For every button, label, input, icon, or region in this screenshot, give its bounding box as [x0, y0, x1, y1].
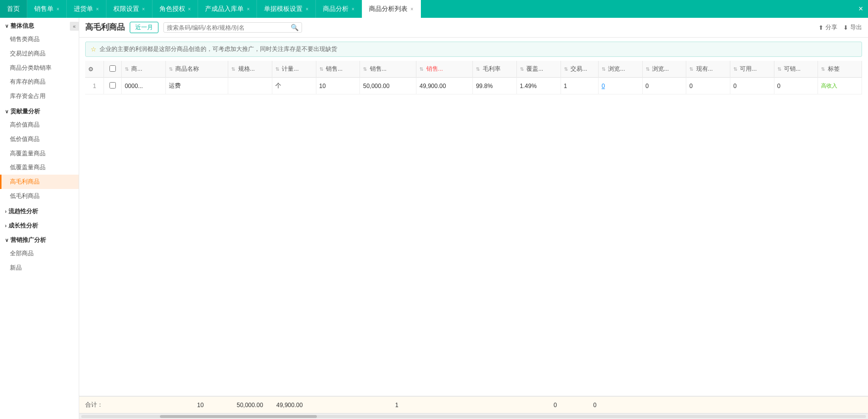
main-layout: « ∨ 整体信息 销售类商品 交易过的商品 商品分类助销率 有库存的商品 库存资…: [0, 18, 868, 419]
sidebar-item-new-products[interactable]: 新品: [0, 261, 79, 275]
col-settings[interactable]: ⚙: [85, 61, 104, 78]
settings-icon[interactable]: ⚙: [88, 66, 94, 73]
group-arrow-overall: ∨: [5, 23, 8, 29]
col-sales-qty[interactable]: ⇅ 销售...: [316, 61, 360, 78]
share-button[interactable]: ⬆ 分享: [818, 23, 837, 32]
footer-cell-transactions: 1: [392, 402, 432, 409]
nav-purchase-close[interactable]: ×: [96, 6, 99, 12]
sidebar-item-sales-products[interactable]: 销售类商品: [0, 32, 79, 47]
group-arrow-marketing: ∨: [5, 237, 8, 243]
col-sellable[interactable]: ⇅ 可销...: [774, 61, 818, 78]
top-navigation: 首页 销售单 × 进货单 × 权限设置 × 角色授权 × 产成品入库单 × 单据…: [0, 0, 868, 18]
sidebar-item-high-coverage[interactable]: 高覆盖量商品: [0, 146, 79, 161]
nav-sales-close[interactable]: ×: [56, 6, 59, 12]
sidebar-item-category-rate[interactable]: 商品分类助销率: [0, 61, 79, 75]
sort-icon-code: ⇅: [125, 66, 129, 72]
nav-product-inbound[interactable]: 产成品入库单 ×: [198, 0, 257, 18]
group-arrow-growth: ›: [5, 223, 6, 229]
row-current-stock: 0: [686, 78, 730, 94]
export-button[interactable]: ⬇ 导出: [843, 23, 862, 32]
col-transactions[interactable]: ⇅ 交易...: [561, 61, 598, 78]
nav-template-close[interactable]: ×: [306, 6, 308, 12]
sidebar-group-marketing[interactable]: ∨ 营销推广分析: [0, 232, 79, 246]
row-unit: 个: [272, 78, 316, 94]
sort-icon-sales-amount: ⇅: [363, 66, 367, 72]
col-unit[interactable]: ⇅ 计量...: [272, 61, 316, 78]
col-name[interactable]: ⇅ 商品名称: [165, 61, 228, 78]
nav-product-inbound-close[interactable]: ×: [247, 6, 250, 12]
sidebar-group-overall[interactable]: ∨ 整体信息: [0, 18, 79, 32]
col-spec[interactable]: ⇅ 规格...: [228, 61, 272, 78]
row-spec: [228, 78, 272, 94]
sidebar-item-traded-products[interactable]: 交易过的商品: [0, 47, 79, 61]
content-area: 高毛利商品 近一月 🔍 ⬆ 分享 ⬇ 导出 ☆ 企业的主要的利润都是这部分商品创…: [79, 18, 868, 419]
sidebar-group-contribution[interactable]: ∨ 贡献量分析: [0, 103, 79, 118]
col-coverage[interactable]: ⇅ 覆盖...: [516, 61, 561, 78]
nav-sales[interactable]: 销售单 ×: [27, 0, 67, 18]
footer-cell-empty1: [313, 402, 353, 409]
nav-home[interactable]: 首页: [0, 0, 27, 18]
col-checkbox[interactable]: [104, 61, 121, 78]
sidebar-item-in-stock[interactable]: 有库存的商品: [0, 75, 79, 89]
nav-permissions[interactable]: 权限设置 ×: [106, 0, 153, 18]
col-code[interactable]: ⇅ 商...: [121, 61, 165, 78]
nav-purchase[interactable]: 进货单 ×: [67, 0, 106, 18]
sidebar-item-stock-capital[interactable]: 库存资金占用: [0, 89, 79, 103]
sort-icon-sales-qty: ⇅: [319, 66, 323, 72]
col-tag[interactable]: ⇅ 标签: [818, 61, 862, 78]
sidebar-item-high-value[interactable]: 高价值商品: [0, 118, 79, 132]
footer-totals: 合计： 10 50,000.00 49,900.00 1 0 0: [79, 396, 868, 413]
sort-icon-gross-rate: ⇅: [476, 66, 480, 72]
row-sellable: 0: [774, 78, 818, 94]
row-tag: 高收入: [818, 78, 862, 94]
search-input[interactable]: [167, 24, 291, 31]
scrollbar-thumb[interactable]: [160, 415, 317, 418]
nav-roles[interactable]: 角色授权 ×: [153, 0, 199, 18]
nav-permissions-close[interactable]: ×: [142, 6, 145, 12]
footer-cell-sellable: 0: [590, 402, 630, 409]
row-checkbox[interactable]: [109, 82, 116, 89]
page-title: 高毛利商品: [85, 22, 125, 33]
row-num: 1: [85, 78, 104, 94]
select-all-checkbox[interactable]: [109, 65, 116, 72]
sort-icon-spec: ⇅: [231, 66, 235, 72]
nav-roles-close[interactable]: ×: [188, 6, 191, 12]
row-name: 运费: [165, 78, 228, 94]
sort-icon-name: ⇅: [169, 66, 173, 72]
footer-label: 合计：: [85, 401, 194, 409]
nav-product-analysis-close[interactable]: ×: [352, 6, 355, 12]
col-browse1[interactable]: ⇅ 浏览...: [598, 61, 642, 78]
period-button[interactable]: 近一月: [130, 22, 158, 33]
sort-icon-transactions: ⇅: [564, 66, 568, 72]
group-arrow-contribution: ∨: [5, 109, 8, 114]
col-gross-rate[interactable]: ⇅ 毛利率: [473, 61, 517, 78]
nav-product-analysis[interactable]: 商品分析 ×: [316, 0, 362, 18]
nav-product-analysis-list[interactable]: 商品分析列表 ×: [362, 0, 421, 18]
horizontal-scrollbar[interactable]: [79, 413, 868, 419]
row-browse1[interactable]: 0: [598, 78, 642, 94]
sidebar-collapse-button[interactable]: «: [70, 22, 79, 31]
col-sales-amount[interactable]: ⇅ 销售...: [360, 61, 416, 78]
sidebar-item-high-margin[interactable]: 高毛利商品: [0, 175, 79, 189]
col-browse2[interactable]: ⇅ 浏览...: [642, 61, 686, 78]
sort-icon-browse1: ⇅: [602, 66, 606, 72]
sort-icon-coverage: ⇅: [520, 66, 524, 72]
nav-product-analysis-list-close[interactable]: ×: [410, 6, 413, 12]
sidebar-group-growth[interactable]: › 成长性分析: [0, 218, 79, 232]
search-icon[interactable]: 🔍: [291, 24, 299, 31]
sidebar-item-low-coverage[interactable]: 低覆盖量商品: [0, 160, 79, 175]
table-row: 1 0000... 运费 个 10 50,000.00 49,900.00 99…: [85, 78, 862, 94]
info-banner: ☆ 企业的主要的利润都是这部分商品创造的，可考虑加大推广，同时关注库存是不要出现…: [85, 42, 862, 57]
sidebar-item-all-products[interactable]: 全部商品: [0, 246, 79, 261]
footer-cells: 10 50,000.00 49,900.00 1 0 0: [194, 402, 862, 409]
row-checkbox-cell[interactable]: [104, 78, 121, 94]
sidebar-group-trend[interactable]: › 流趋性分析: [0, 203, 79, 218]
sidebar-item-low-margin[interactable]: 低毛利商品: [0, 189, 79, 203]
col-sales-profit[interactable]: ⇅ 销售...: [416, 61, 473, 78]
col-current-stock[interactable]: ⇅ 现有...: [686, 61, 730, 78]
content-header: 高毛利商品 近一月 🔍 ⬆ 分享 ⬇ 导出: [79, 18, 868, 38]
sidebar-item-low-value[interactable]: 低价值商品: [0, 132, 79, 146]
nav-template-settings[interactable]: 单据模板设置 ×: [257, 0, 316, 18]
col-available[interactable]: ⇅ 可用...: [730, 61, 774, 78]
window-close-button[interactable]: ×: [859, 4, 863, 13]
